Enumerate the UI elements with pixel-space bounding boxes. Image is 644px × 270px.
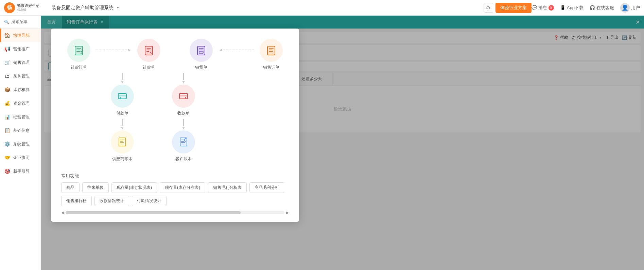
scrollbar-track[interactable]	[66, 211, 284, 214]
receipt-label: 收款单	[177, 110, 190, 116]
top-header: 畅 畅康通好生意 标准版 装备及固定资产辅助管理系统 ▼ ⚙ 体验行业方案 💬 …	[0, 0, 644, 16]
avatar: 👤	[620, 3, 630, 13]
sidebar-item-purchase[interactable]: 🗂 采购管理	[0, 69, 40, 83]
sidebar-item-system[interactable]: ⚙️ 系统管理	[0, 137, 40, 151]
payment-icon	[111, 85, 134, 108]
svg-rect-13	[179, 95, 188, 96]
flow-node-purchase-order[interactable]: 进货订单	[61, 39, 96, 70]
logo-sub: 标准版	[17, 8, 39, 12]
supplier-ledger-icon	[111, 130, 134, 154]
svg-rect-15	[119, 138, 126, 146]
sales-order-icon	[260, 39, 283, 62]
purchase-order-icon	[67, 39, 90, 62]
func-btn-收款情况统计[interactable]: 收款情况统计	[94, 196, 129, 206]
online-service-button[interactable]: 🎧 在线客服	[590, 5, 614, 11]
system-icon: ⚙️	[4, 141, 11, 147]
customer-ledger-icon	[172, 130, 195, 154]
scroll-right-icon[interactable]: ▶	[286, 210, 289, 215]
common-funcs-title: 常用功能	[61, 173, 289, 179]
inventory-icon: 📦	[4, 86, 11, 93]
func-btn-销售排行榜[interactable]: 销售排行榜	[61, 196, 92, 206]
flow-node-payment[interactable]: 付款单	[102, 85, 143, 116]
enterprise-icon: 🤝	[4, 154, 11, 161]
flow-row-2: 付款单 收款单	[61, 85, 289, 116]
flow-diagram: 进货订单 ➤ 进货单	[61, 39, 289, 165]
settings-icon[interactable]: ⚙	[484, 3, 493, 13]
common-funcs: 常用功能 商品往来单位现存量(库存状况表)现存量(库存分布表)销售毛利分析表商品…	[61, 173, 289, 206]
svg-rect-7	[267, 46, 275, 55]
svg-point-14	[185, 97, 186, 98]
overlay: 进货订单 ➤ 进货单	[41, 16, 644, 270]
app-download-button[interactable]: 📱 App下载	[560, 5, 584, 11]
sidebar-item-guide[interactable]: 🎯 新手引导	[0, 164, 40, 178]
flow-node-receipt[interactable]: 收款单	[163, 85, 204, 116]
dropdown-arrow-icon[interactable]: ▼	[116, 6, 120, 10]
quick-nav-modal: 进货订单 ➤ 进货单	[51, 29, 299, 222]
flow-node-purchase-bill[interactable]: 进货单	[131, 39, 166, 70]
purchase-bill-icon	[137, 39, 160, 62]
user-menu[interactable]: 👤 用户	[620, 3, 640, 13]
purchase-order-label: 进货订单	[71, 65, 87, 70]
guide-icon: 🎯	[4, 168, 11, 175]
svg-point-11	[120, 97, 121, 98]
sidebar-item-inventory[interactable]: 📦 库存核算	[0, 83, 40, 96]
svg-rect-4	[197, 46, 205, 55]
message-badge: 5	[549, 5, 554, 11]
base-info-icon: 📋	[4, 127, 11, 134]
message-button[interactable]: 💬 消息 5	[532, 5, 554, 11]
logo-name: 畅康通好生意	[17, 3, 39, 8]
main-area: 首页 销售订单执行表 × ✕ ❓ 帮助 🖨 按模板打印 ▼ ⬆ 导出	[41, 16, 644, 270]
search-icon: 🔍	[4, 20, 9, 24]
svg-rect-10	[118, 95, 126, 96]
flow-row-3: 供应商账本 客户账本	[61, 130, 289, 162]
search-menu-button[interactable]: 🔍 搜索菜单	[0, 16, 40, 29]
sales-bill-label: 销货单	[195, 65, 207, 70]
experience-button[interactable]: 体验行业方案	[495, 3, 532, 13]
func-btn-付款情况统计[interactable]: 付款情况统计	[132, 196, 167, 206]
flow-node-customer-ledger[interactable]: 客户账本	[163, 130, 204, 162]
receipt-icon	[172, 85, 195, 108]
finance-icon: 💰	[4, 100, 11, 107]
headset-icon: 🎧	[590, 5, 595, 10]
purchase-icon: 🗂	[4, 73, 11, 79]
svg-point-17	[184, 139, 187, 141]
message-icon: 💬	[532, 5, 537, 10]
sidebar-item-operations[interactable]: 📊 经营管理	[0, 110, 40, 124]
func-btn-商品毛利分析[interactable]: 商品毛利分析	[249, 182, 284, 193]
logo-area: 畅 畅康通好生意 标准版	[4, 2, 45, 13]
scrollbar-thumb	[66, 211, 241, 214]
modal-scrollbar: ◀ ▶	[61, 210, 289, 215]
home-icon: 🏠	[4, 32, 11, 39]
flow-node-supplier-ledger[interactable]: 供应商账本	[102, 130, 143, 162]
sidebar: 🔍 搜索菜单 🏠 快捷导航 📢 营销推广 🛒 销售管理 🗂 采购管理 📦 库存核…	[0, 16, 41, 270]
operations-icon: 📊	[4, 113, 11, 120]
func-btn-商品[interactable]: 商品	[61, 182, 80, 193]
func-btn-销售毛利分析表[interactable]: 销售毛利分析表	[208, 182, 247, 193]
payment-label: 付款单	[116, 110, 128, 116]
func-btn-往来单位[interactable]: 往来单位	[82, 182, 109, 193]
sidebar-item-sales[interactable]: 🛒 销售管理	[0, 56, 40, 69]
sales-order-label: 销售订单	[263, 65, 279, 70]
sidebar-item-base-info[interactable]: 📋 基础信息	[0, 124, 40, 137]
sidebar-item-marketing[interactable]: 📢 营销推广	[0, 42, 40, 56]
func-btn-现存量(库存分布表)[interactable]: 现存量(库存分布表)	[160, 182, 205, 193]
scroll-left-icon[interactable]: ◀	[61, 210, 64, 215]
sidebar-item-finance[interactable]: 💰 资金管理	[0, 96, 40, 110]
svg-rect-0	[75, 46, 83, 55]
arrow-purchase-to-bill: ➤	[96, 47, 131, 62]
flow-node-sales-bill[interactable]: 销货单	[184, 39, 219, 70]
purchase-bill-label: 进货单	[143, 65, 155, 70]
arrow-sales-order-to-bill: ➤	[219, 47, 254, 62]
logo-icon: 畅	[4, 2, 15, 13]
sales-bill-icon	[190, 39, 213, 62]
func-btns-row-1: 商品往来单位现存量(库存状况表)现存量(库存分布表)销售毛利分析表商品毛利分析	[61, 182, 289, 193]
flow-row-1: 进货订单 ➤ 进货单	[61, 39, 289, 70]
svg-rect-2	[145, 46, 153, 55]
sidebar-item-enterprise[interactable]: 🤝 企业协同	[0, 151, 40, 164]
header-right: 💬 消息 5 📱 App下载 🎧 在线客服 👤 用户	[532, 3, 640, 13]
sidebar-item-quick-nav[interactable]: 🏠 快捷导航	[0, 29, 40, 42]
flow-node-sales-order[interactable]: 销售订单	[254, 39, 289, 70]
func-btn-现存量(库存状况表)[interactable]: 现存量(库存状况表)	[111, 182, 157, 193]
sales-icon: 🛒	[4, 59, 11, 66]
phone-icon: 📱	[560, 5, 565, 10]
